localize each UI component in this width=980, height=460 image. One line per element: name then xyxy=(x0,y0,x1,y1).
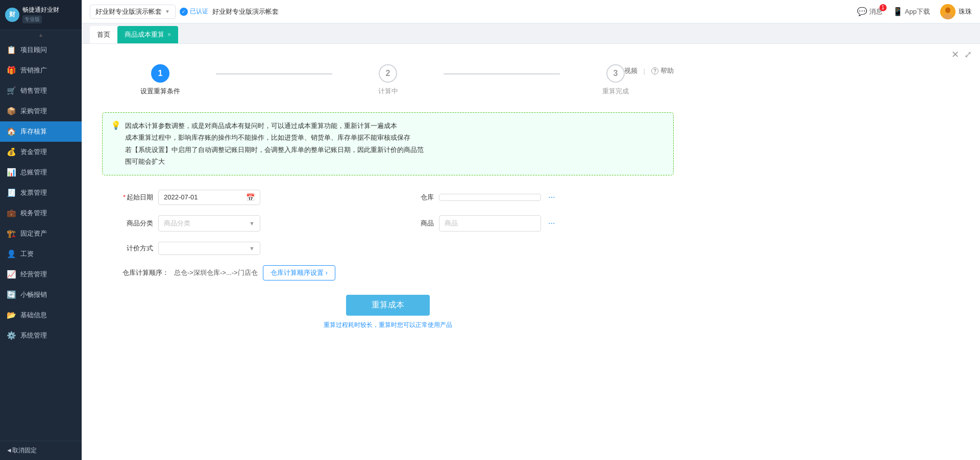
message-icon: 💬 xyxy=(857,7,867,16)
sidebar-item-label: 项目顾问 xyxy=(20,45,47,55)
step-2-label: 计算中 xyxy=(378,87,398,96)
sidebar-item-label: 税务管理 xyxy=(20,209,47,218)
sidebar-item-label: 系统管理 xyxy=(20,331,47,340)
sidebar-item-label: 经营管理 xyxy=(20,270,47,279)
content-area: ✕ ⤢ 1 设置重算条件 2 计算中 xyxy=(82,44,980,460)
sidebar-item-label: 采购管理 xyxy=(20,107,47,116)
warehouse-order-settings-button[interactable]: 仓库计算顺序设置 › xyxy=(263,265,335,280)
sales-icon: 🛒 xyxy=(6,86,16,96)
sidebar-item-payroll[interactable]: 👤 工资 xyxy=(0,244,82,264)
sidebar-item-marketing[interactable]: 🎁 营销推广 xyxy=(0,60,82,81)
sidebar-item-label: 营销推广 xyxy=(20,66,47,75)
finance-icon: 💰 xyxy=(6,147,16,157)
warehouse-order-row: 仓库计算顺序： 总仓->深圳仓库->...->门店仓 仓库计算顺序设置 › xyxy=(122,265,653,280)
pricing-select[interactable]: ▼ xyxy=(158,242,260,255)
form-row-1: *起始日期 2022-07-01 📅 仓库 ··· xyxy=(122,190,653,205)
account-selector[interactable]: 好业财专业版演示帐套 ▼ xyxy=(90,5,176,19)
sidebar-item-finance[interactable]: 💰 资金管理 xyxy=(0,142,82,162)
cancel-fixed-button[interactable]: ◄取消固定 xyxy=(0,441,82,460)
main-area: 好业财专业版演示帐套 ▼ ✓ 已认证 好业财专业版演示帐套 💬 消息 1 📱 A… xyxy=(82,0,980,460)
warehouse-order-label: 仓库计算顺序： xyxy=(122,268,169,277)
verified-badge: ✓ 已认证 xyxy=(180,7,208,16)
logo-icon: 财 xyxy=(5,8,19,22)
warehouse-order-value: 总仓->深圳仓库->...->门店仓 xyxy=(174,268,258,277)
sidebar-item-system[interactable]: ⚙️ 系统管理 xyxy=(0,325,82,346)
category-select[interactable]: 商品分类 ▼ xyxy=(158,215,260,232)
sidebar-item-label: 小畅报销 xyxy=(20,290,47,299)
scroll-up-indicator: ▲ xyxy=(0,30,82,40)
pricing-label: 计价方式 xyxy=(122,244,153,253)
svg-point-1 xyxy=(945,7,950,13)
accounting-icon: 📊 xyxy=(6,167,16,177)
calendar-icon: 📅 xyxy=(246,193,255,201)
sidebar-item-expense[interactable]: 🔄 小畅报销 xyxy=(0,285,82,305)
shield-icon: ✓ xyxy=(180,8,188,16)
sidebar-item-invoice[interactable]: 🧾 发票管理 xyxy=(0,183,82,203)
step-3-circle: 3 xyxy=(606,64,625,83)
form-section: *起始日期 2022-07-01 📅 仓库 ··· xyxy=(102,190,674,329)
tab-home-label: 首页 xyxy=(97,30,110,39)
sidebar-item-label: 库存核算 xyxy=(20,127,47,136)
warehouse-order-arrow-icon: › xyxy=(326,269,328,276)
product-input[interactable]: 商品 xyxy=(439,215,541,232)
expand-window-button[interactable]: ⤢ xyxy=(964,49,972,60)
warehouse-more-icon[interactable]: ··· xyxy=(546,191,557,204)
logo-name: 畅捷通好业财 xyxy=(22,6,59,14)
message-button[interactable]: 💬 消息 1 xyxy=(857,7,883,16)
avatar-image xyxy=(940,4,955,19)
tab-home[interactable]: 首页 xyxy=(90,26,117,43)
help-link[interactable]: ? 帮助 xyxy=(651,66,674,75)
sidebar-item-sales[interactable]: 🛒 销售管理 xyxy=(0,81,82,101)
sidebar-item-tax[interactable]: 💼 税务管理 xyxy=(0,203,82,223)
warehouse-field: 仓库 ··· xyxy=(403,191,653,204)
sidebar-item-label: 工资 xyxy=(20,249,34,259)
purchase-icon: 📦 xyxy=(6,106,16,116)
close-window-button[interactable]: ✕ xyxy=(951,49,959,60)
tab-close-icon[interactable]: × xyxy=(167,31,171,38)
step-line-2 xyxy=(444,73,560,74)
step-3-label: 重算完成 xyxy=(602,87,629,96)
verified-account-name: 好业财专业版演示帐套 xyxy=(212,7,279,16)
product-field: 商品 商品 ··· xyxy=(403,215,653,232)
sidebar: 财 畅捷通好业财 专业版 ▲ 📋 项目顾问 🎁 营销推广 🛒 销售管理 📦 采购… xyxy=(0,0,82,460)
notice-box: 💡 因成本计算参数调整，或是对商品成本有疑问时，可以通过成本重算功能，重新计算一… xyxy=(102,112,674,175)
tax-icon: 💼 xyxy=(6,208,16,218)
pricing-field: 计价方式 ▼ xyxy=(122,242,373,255)
notice-icon: 💡 xyxy=(111,120,121,130)
topbar-right: 💬 消息 1 📱 App下载 珠珠 xyxy=(857,4,972,19)
step-1-circle: 1 xyxy=(151,64,169,83)
app-download-button[interactable]: 📱 App下载 xyxy=(893,7,930,16)
basic-icon: 📂 xyxy=(6,310,16,320)
pricing-arrow-icon: ▼ xyxy=(249,245,255,251)
sidebar-item-label: 资金管理 xyxy=(20,147,47,157)
start-date-label: *起始日期 xyxy=(122,193,153,202)
sidebar-item-inventory[interactable]: 🏠 库存核算 xyxy=(0,121,82,142)
topbar-left: 好业财专业版演示帐套 ▼ ✓ 已认证 好业财专业版演示帐套 xyxy=(90,5,279,19)
sidebar-item-purchase[interactable]: 📦 采购管理 xyxy=(0,101,82,121)
user-avatar[interactable]: 珠珠 xyxy=(940,4,972,19)
step-line-1 xyxy=(216,73,332,74)
form-row-3: 计价方式 ▼ xyxy=(122,242,653,255)
operations-icon: 📈 xyxy=(6,269,16,279)
message-badge: 1 xyxy=(879,4,887,11)
form-row-2: 商品分类 商品分类 ▼ 商品 商品 ··· xyxy=(122,215,653,232)
start-date-field: *起始日期 2022-07-01 📅 xyxy=(122,190,373,205)
sidebar-item-accounting[interactable]: 📊 总账管理 xyxy=(0,162,82,183)
help-icon: ? xyxy=(651,67,658,74)
recalc-note: 重算过程耗时较长，重算时您可以正常使用产品 xyxy=(324,321,452,329)
warehouse-label: 仓库 xyxy=(403,193,434,202)
sidebar-item-project[interactable]: 📋 项目顾问 xyxy=(0,40,82,60)
inventory-icon: 🏠 xyxy=(6,126,16,137)
sidebar-item-assets[interactable]: 🏗️ 固定资产 xyxy=(0,223,82,244)
tab-recalculate[interactable]: 商品成本重算 × xyxy=(117,26,178,43)
product-label: 商品 xyxy=(403,219,434,228)
app-download-label: App下载 xyxy=(905,7,930,16)
sidebar-item-basic[interactable]: 📂 基础信息 xyxy=(0,305,82,325)
tabbar: 首页 商品成本重算 × xyxy=(82,23,980,44)
warehouse-input[interactable] xyxy=(439,194,541,201)
recalc-button[interactable]: 重算成本 xyxy=(346,295,430,316)
product-more-icon[interactable]: ··· xyxy=(546,217,557,230)
account-name: 好业财专业版演示帐套 xyxy=(95,7,162,16)
sidebar-item-operations[interactable]: 📈 经营管理 xyxy=(0,264,82,285)
start-date-input[interactable]: 2022-07-01 📅 xyxy=(158,190,260,205)
